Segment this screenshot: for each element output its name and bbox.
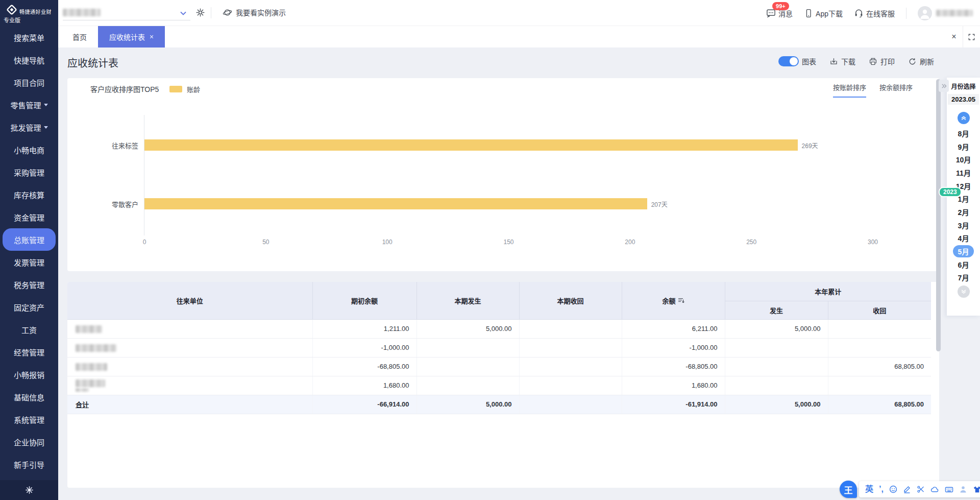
online-support-button[interactable]: 在线客服	[854, 8, 895, 18]
month-item[interactable]: 10月	[947, 153, 980, 166]
sidebar-item[interactable]: 企业协同	[3, 431, 56, 453]
customer-name-redacted	[76, 325, 102, 333]
sidebar-item[interactable]: 经营管理	[3, 341, 56, 363]
keyboard-icon[interactable]	[945, 485, 953, 494]
month-item[interactable]: 7月	[947, 271, 980, 284]
customer-name-redacted	[76, 388, 89, 392]
emoji-icon[interactable]	[889, 485, 897, 493]
messages-button[interactable]: 99+ 消息	[766, 8, 793, 18]
fullscreen-icon[interactable]	[963, 26, 980, 47]
month-item[interactable]: 4月	[947, 232, 980, 245]
sidebar-item[interactable]: 库存核算	[3, 183, 56, 206]
sort-by-age-tab[interactable]: 按账龄排序	[833, 82, 866, 98]
sidebar-menu: 搜索菜单 快捷导航 项目合同 零售管理 批发管理 小畅电商 采购管理 库存核算 …	[0, 26, 58, 480]
tab-close-icon[interactable]: ×	[150, 33, 154, 40]
bar-category-label: 零散客户	[112, 199, 138, 209]
vertical-scrollbar[interactable]	[936, 79, 941, 351]
x-axis: 0 50 100 150 200 250 300	[144, 239, 873, 247]
ime-logo-icon[interactable]: 王	[840, 481, 857, 498]
user-menu[interactable]	[918, 6, 973, 20]
total-link[interactable]: 合计	[76, 401, 89, 409]
message-count-badge: 99+	[772, 2, 789, 10]
printer-icon	[869, 57, 877, 66]
settings-gear-icon[interactable]	[195, 8, 205, 17]
x-axis-tick: 0	[143, 239, 146, 246]
scroll-up-icon[interactable]	[958, 112, 970, 124]
legend-label: 账龄	[187, 84, 200, 94]
sidebar-item[interactable]: 资金管理	[3, 206, 56, 228]
topbar: 我要看实例演示 99+ 消息 App下载 在线客服	[58, 0, 980, 26]
sidebar-item[interactable]: 零售管理	[3, 93, 56, 116]
ime-language-icon[interactable]: 英	[865, 485, 873, 493]
sidebar-item[interactable]: 快捷导航	[3, 49, 56, 71]
col-header-ytd: 本年累计	[725, 282, 931, 301]
org-selector-dropdown[interactable]	[63, 7, 190, 20]
sidebar-item[interactable]: 新手引导	[3, 453, 56, 475]
sidebar-item[interactable]: 项目合同	[3, 71, 56, 93]
sidebar-item[interactable]: 发票管理	[3, 251, 56, 273]
month-item[interactable]: 8月	[947, 127, 980, 140]
scroll-down-icon[interactable]	[958, 285, 970, 298]
customer-name-redacted	[76, 363, 107, 371]
ime-punctuation-icon[interactable]: ’,	[879, 485, 884, 493]
sidebar-item[interactable]: 采购管理	[3, 161, 56, 183]
ime-tray: 英 ’,	[859, 481, 980, 497]
tab-actions: ×	[945, 26, 980, 47]
sidebar-item[interactable]: 搜索菜单	[3, 26, 56, 49]
close-icon[interactable]: ×	[945, 26, 963, 47]
sidebar-item[interactable]: 税务管理	[3, 273, 56, 296]
month-item[interactable]: 5月	[947, 245, 980, 258]
month-item[interactable]: 2月	[947, 205, 980, 219]
cloud-icon[interactable]	[930, 485, 939, 494]
month-item[interactable]: 3月	[947, 219, 980, 232]
bar[interactable]	[144, 139, 798, 151]
customer-name-redacted	[76, 344, 116, 352]
month-item[interactable]: 9月	[947, 140, 980, 153]
gear-icon[interactable]	[25, 486, 34, 494]
bar[interactable]	[144, 198, 647, 209]
tab-receivables-report[interactable]: 应收统计表 ×	[98, 26, 165, 47]
chart-toggle-group: 图表	[778, 56, 816, 66]
month-panel-title: 月份选择	[947, 82, 980, 90]
sidebar-item[interactable]: 固定资产	[3, 296, 56, 318]
sidebar-item[interactable]: 基础信息	[3, 386, 56, 408]
brand-logo[interactable]: 畅捷通好业财 专业版	[0, 0, 58, 26]
sidebar-item[interactable]: 小畅报销	[3, 363, 56, 386]
col-header-balance: 余额	[622, 282, 725, 319]
handwriting-pen-icon[interactable]	[903, 485, 911, 493]
chart-toggle[interactable]	[778, 56, 799, 66]
sidebar-item[interactable]: 批发管理	[3, 116, 56, 138]
sidebar-item[interactable]: 总账管理	[3, 228, 56, 251]
sidebar-footer	[0, 480, 58, 500]
table-row: -68,805.00 -68,805.00 68,805.00	[67, 357, 931, 376]
legend-swatch	[169, 86, 182, 92]
sidebar-item[interactable]: 工资	[3, 318, 56, 341]
scissors-icon[interactable]	[917, 485, 925, 493]
col-header-ytd-recv: 收回	[828, 301, 931, 319]
collapse-panel-button[interactable]	[939, 80, 949, 92]
month-item[interactable]: 11月	[947, 166, 980, 179]
table-total-row: 合计 -66,914.00 5,000.00 -61,914.00 5,000.…	[67, 395, 931, 414]
sidebar-item[interactable]: 小畅电商	[3, 138, 56, 161]
download-button[interactable]: 下载	[829, 56, 855, 66]
skin-shirt-icon[interactable]	[973, 485, 980, 494]
demo-link[interactable]: 我要看实例演示	[223, 7, 286, 17]
user-profile-icon[interactable]	[959, 485, 967, 493]
chart-card: 客户应收排序图TOP5 账龄 按账龄排序 按余额排序 往来标签 269天 零散客…	[67, 78, 939, 271]
app-download-button[interactable]: App下载	[804, 8, 843, 18]
sort-icon[interactable]	[678, 297, 684, 304]
tab-home[interactable]: 首页	[61, 26, 98, 47]
sort-by-balance-tab[interactable]: 按余额排序	[879, 82, 913, 98]
current-period[interactable]: 2023.05	[948, 94, 979, 105]
chart-legend[interactable]: 账龄	[169, 84, 200, 94]
table-row: -1,000.00 -1,000.00	[67, 338, 931, 357]
customer-name-redacted	[76, 379, 105, 387]
bar-category-label: 往来标签	[112, 140, 138, 150]
refresh-button[interactable]: 刷新	[908, 56, 934, 66]
bar-value-label: 269天	[802, 141, 818, 150]
sidebar-item[interactable]: 系统管理	[3, 408, 56, 431]
print-button[interactable]: 打印	[869, 56, 895, 66]
brand-name: 畅捷通好业财	[19, 8, 52, 15]
month-item[interactable]: 6月	[947, 258, 980, 271]
chart-title: 客户应收排序图TOP5	[90, 84, 159, 94]
